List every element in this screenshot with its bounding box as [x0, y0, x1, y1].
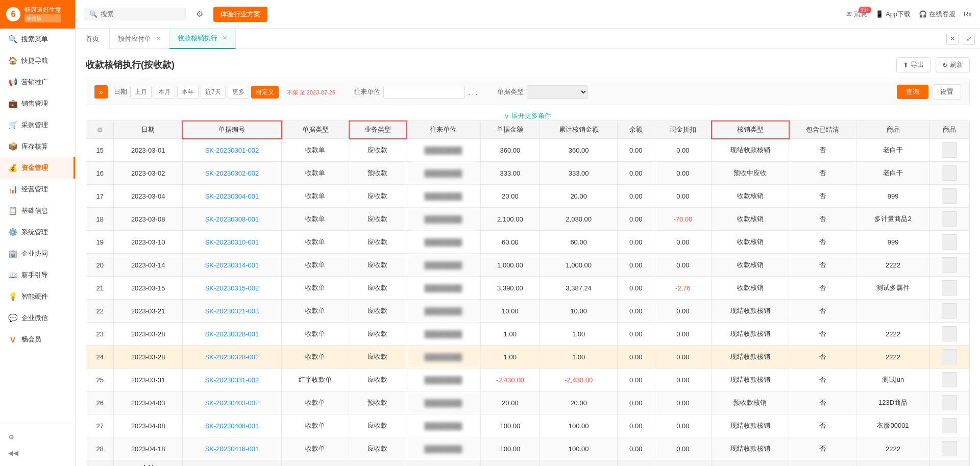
cell-bill-type: 收款单	[282, 162, 349, 185]
topbar-gear-btn[interactable]: ⚙	[192, 7, 207, 22]
cell-goods2	[929, 208, 969, 231]
sidebar-item-basic[interactable]: 📋 基础信息	[0, 200, 75, 222]
cell-bill-no[interactable]: SK-20230301-002	[182, 139, 281, 162]
cell-counterpart: ████████	[406, 231, 480, 254]
cell-goods: 2222	[856, 323, 929, 346]
cell-goods: 多计量商品2	[856, 208, 929, 231]
date-this-month[interactable]: 本月	[154, 86, 175, 99]
collapse-icon: ◀◀	[8, 449, 18, 457]
col-biz-type: 业务类型	[349, 121, 406, 139]
col-gear[interactable]: ⚙	[86, 121, 114, 139]
cell-no: 16	[86, 162, 114, 185]
sidebar-item-label: 畅会员	[21, 335, 41, 344]
sidebar-item-system[interactable]: ⚙️ 系统管理	[0, 222, 75, 243]
topbar-right: ✉ 消息 99+ 📱 App下载 🎧 在线客服 Rit	[846, 10, 972, 19]
col-goods: 商品	[856, 121, 929, 139]
app-download-label: App下载	[886, 10, 911, 19]
tab-collection[interactable]: 收款核销执行 ✕	[169, 29, 236, 49]
sidebar-item-guide[interactable]: 📖 新手引导	[0, 264, 75, 286]
sidebar-item-member[interactable]: V 畅会员	[0, 329, 75, 350]
cell-bill-no[interactable]: SK-20230328-001	[182, 323, 281, 346]
tab-home[interactable]: 首页	[76, 29, 110, 49]
tab-payable-close[interactable]: ✕	[156, 35, 161, 42]
sidebar-item-stock[interactable]: 📦 库存核算	[0, 136, 75, 157]
date-custom[interactable]: 自定义	[251, 86, 279, 99]
sidebar-settings-btn[interactable]: ⚙	[0, 429, 75, 445]
cell-bill-no[interactable]: SK-20230315-002	[182, 277, 281, 300]
date-this-year[interactable]: 本年	[177, 86, 199, 99]
cell-goods: 测试多属件	[856, 277, 929, 300]
tab-expand-btn[interactable]: ⤢	[963, 33, 975, 45]
counterpart-input[interactable]	[383, 86, 465, 99]
export-button[interactable]: ⬆ 导出	[896, 57, 930, 72]
cell-bill-no[interactable]: SK-20230331-002	[182, 369, 281, 391]
cell-counterpart: ████████	[406, 208, 480, 231]
date-last-month[interactable]: 上月	[130, 86, 152, 99]
cell-no: 18	[86, 208, 114, 231]
sidebar-item-finance[interactable]: 💰 资金管理	[0, 157, 75, 179]
cell-bill-no[interactable]: SK-20230328-002	[182, 346, 281, 369]
cell-discount: 0.00	[654, 139, 712, 162]
cell-no: 19	[86, 231, 114, 254]
cell-goods2	[929, 414, 969, 437]
cell-bill-no[interactable]: SK-20230408-001	[182, 414, 281, 437]
table-row: 242023-03-28SK-20230328-002收款单应收款███████…	[86, 346, 970, 369]
tab-close-btn[interactable]: ✕	[946, 33, 959, 45]
cell-bill-no[interactable]: SK-20230403-002	[182, 391, 281, 414]
cell-bill-no[interactable]: SK-20230310-001	[182, 231, 281, 254]
tab-collection-close[interactable]: ✕	[223, 35, 227, 41]
cell-bill-no[interactable]: SK-20230308-001	[182, 208, 281, 231]
online-service-btn[interactable]: 🎧 在线客服	[919, 10, 955, 19]
cell-goods: 测试jun	[856, 369, 929, 391]
cell-include-settled: 否	[789, 369, 856, 391]
sidebar-item-wechat[interactable]: 💬 企业微信	[0, 307, 75, 329]
sidebar-item-search[interactable]: 🔍 搜索菜单	[0, 29, 75, 50]
sidebar-item-enterprise[interactable]: 🏢 企业协同	[0, 243, 75, 264]
solution-button[interactable]: 体验行业方案	[213, 7, 267, 22]
cell-include-settled: 否	[789, 414, 856, 437]
sidebar-item-purchase[interactable]: 🛒 采购管理	[0, 114, 75, 136]
tab-payable[interactable]: 预付应付单 ✕	[110, 29, 169, 49]
settings-button[interactable]: 设置	[933, 84, 961, 100]
cell-balance: 0.00	[618, 277, 654, 300]
user-name: Rit	[964, 10, 972, 18]
sidebar-item-label: 采购管理	[21, 120, 48, 130]
sidebar-item-hardware[interactable]: 💡 智能硬件	[0, 286, 75, 307]
sidebar-item-label: 基础信息	[21, 206, 48, 215]
sales-icon: 💼	[8, 99, 17, 108]
message-icon: ✉	[846, 10, 852, 18]
sidebar-item-marketing[interactable]: 📢 营销推广	[0, 71, 75, 93]
filter-toggle-btn[interactable]: »	[94, 85, 108, 99]
sidebar-item-shortcut[interactable]: 🏠 快捷导航	[0, 50, 75, 71]
cell-goods	[856, 300, 929, 323]
date-7days[interactable]: 近7天	[201, 86, 226, 99]
home-icon: 🏠	[8, 56, 17, 65]
date-more[interactable]: 更多	[228, 86, 249, 99]
cell-bill-no[interactable]: SK-20230302-002	[182, 162, 281, 185]
cell-balance: 0.00	[618, 391, 654, 414]
sidebar-item-sales[interactable]: 💼 销售管理	[0, 93, 75, 114]
cell-bill-no[interactable]: SK-20230418-001	[182, 437, 281, 460]
topbar-search-box[interactable]: 🔍	[84, 8, 186, 20]
cell-balance: 0.00	[618, 185, 654, 208]
cell-bill-no[interactable]: SK-20230304-001	[182, 185, 281, 208]
cell-counterpart: ████████	[406, 300, 480, 323]
refresh-button[interactable]: ↻ 刷新	[936, 57, 970, 72]
cell-bill-no[interactable]: SK-20230321-003	[182, 300, 281, 323]
bill-type-select[interactable]	[527, 85, 588, 99]
sidebar-item-operation[interactable]: 📊 经营管理	[0, 179, 75, 200]
cell-balance: 0.00	[618, 300, 654, 323]
user-info-btn[interactable]: Rit	[964, 10, 972, 18]
filter-bar: » 日期 上月 本月 本年 近7天 更多 自定义 不限 至 2023-07-26	[86, 79, 970, 105]
sidebar-collapse-btn[interactable]: ◀◀	[0, 445, 75, 461]
query-button[interactable]: 查询	[897, 85, 928, 99]
table-row: 252023-03-31SK-20230331-002红字收款单应收款█████…	[86, 369, 970, 391]
cell-bill-no[interactable]: SK-20230314-001	[182, 254, 281, 277]
search-input[interactable]	[101, 10, 162, 18]
cell-cancel-type: 收款核销	[712, 277, 789, 300]
app-download-btn[interactable]: 📱 App下载	[875, 10, 911, 19]
message-btn[interactable]: ✉ 消息 99+	[846, 10, 867, 19]
expand-conditions[interactable]: ∨ 展开更多条件	[86, 111, 970, 120]
cell-no: 23	[86, 323, 114, 346]
cell-date: 2023-03-08	[114, 208, 182, 231]
